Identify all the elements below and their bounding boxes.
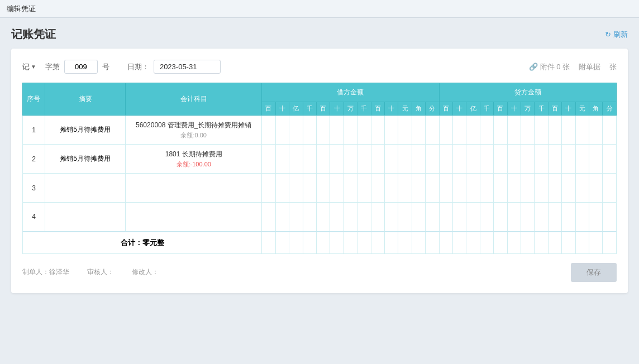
- row-credit-d5[interactable]: [494, 203, 507, 232]
- row-debit-d10[interactable]: [384, 116, 398, 145]
- row-credit-d3[interactable]: [466, 174, 480, 203]
- row-debit-d12[interactable]: [412, 116, 425, 145]
- row-debit-d11[interactable]: [398, 116, 412, 145]
- row-credit-d3[interactable]: [466, 145, 480, 174]
- row-credit-d11[interactable]: [575, 203, 589, 232]
- row-credit-d6[interactable]: [507, 203, 521, 232]
- row-credit-d9[interactable]: [548, 116, 561, 145]
- row-debit-d3[interactable]: [289, 174, 303, 203]
- row-debit-d13[interactable]: [426, 203, 439, 232]
- row-debit-d12[interactable]: [412, 174, 425, 203]
- row-credit-d6[interactable]: [507, 116, 521, 145]
- row-debit-d11[interactable]: [398, 203, 412, 232]
- row-credit-d1[interactable]: [439, 203, 452, 232]
- row-credit-d8[interactable]: [535, 116, 548, 145]
- row-credit-d13[interactable]: [603, 174, 617, 203]
- row-account[interactable]: 56020008 管理费用_长期待摊费用摊销余额:0.00: [126, 116, 262, 145]
- row-credit-d11[interactable]: [575, 116, 589, 145]
- zi-input[interactable]: [64, 60, 98, 74]
- row-credit-d12[interactable]: [589, 145, 603, 174]
- row-debit-d9[interactable]: [371, 174, 384, 203]
- row-credit-d4[interactable]: [480, 116, 493, 145]
- row-debit-d11[interactable]: [398, 145, 412, 174]
- row-debit-d8[interactable]: [357, 203, 371, 232]
- row-debit-d5[interactable]: [316, 174, 330, 203]
- row-credit-d4[interactable]: [480, 174, 493, 203]
- row-debit-d2[interactable]: [275, 203, 289, 232]
- row-debit-d12[interactable]: [412, 203, 425, 232]
- row-debit-d1[interactable]: [262, 203, 275, 232]
- row-credit-d10[interactable]: [562, 145, 575, 174]
- row-credit-d13[interactable]: [603, 203, 617, 232]
- row-debit-d6[interactable]: [330, 116, 344, 145]
- row-debit-d4[interactable]: [303, 203, 316, 232]
- row-credit-d1[interactable]: [439, 174, 452, 203]
- save-button[interactable]: 保存: [571, 263, 617, 282]
- row-debit-d12[interactable]: [412, 145, 425, 174]
- row-credit-d4[interactable]: [480, 145, 493, 174]
- row-credit-d12[interactable]: [589, 203, 603, 232]
- table-row[interactable]: 2摊销5月待摊费用1801 长期待摊费用余额:-100.00: [23, 145, 617, 174]
- row-debit-d7[interactable]: [344, 145, 357, 174]
- row-credit-d5[interactable]: [494, 174, 507, 203]
- row-debit-d5[interactable]: [316, 116, 330, 145]
- row-credit-d2[interactable]: [452, 203, 466, 232]
- row-debit-d1[interactable]: [262, 145, 275, 174]
- row-credit-d13[interactable]: [603, 145, 617, 174]
- row-credit-d9[interactable]: [548, 174, 561, 203]
- row-debit-d1[interactable]: [262, 174, 275, 203]
- row-debit-d13[interactable]: [426, 174, 439, 203]
- row-credit-d1[interactable]: [439, 145, 452, 174]
- row-debit-d7[interactable]: [344, 203, 357, 232]
- row-debit-d9[interactable]: [371, 116, 384, 145]
- row-debit-d3[interactable]: [289, 116, 303, 145]
- row-credit-d3[interactable]: [466, 116, 480, 145]
- row-credit-d10[interactable]: [562, 116, 575, 145]
- row-debit-d6[interactable]: [330, 174, 344, 203]
- date-input[interactable]: [154, 60, 221, 74]
- row-credit-d9[interactable]: [548, 145, 561, 174]
- row-debit-d4[interactable]: [303, 145, 316, 174]
- row-credit-d10[interactable]: [562, 174, 575, 203]
- row-credit-d11[interactable]: [575, 174, 589, 203]
- row-credit-d6[interactable]: [507, 174, 521, 203]
- row-account[interactable]: [126, 203, 262, 232]
- row-credit-d1[interactable]: [439, 116, 452, 145]
- row-debit-d6[interactable]: [330, 145, 344, 174]
- row-debit-d2[interactable]: [275, 145, 289, 174]
- row-credit-d12[interactable]: [589, 174, 603, 203]
- row-credit-d6[interactable]: [507, 145, 521, 174]
- row-credit-d7[interactable]: [521, 174, 535, 203]
- row-debit-d11[interactable]: [398, 174, 412, 203]
- row-debit-d8[interactable]: [357, 145, 371, 174]
- row-debit-d6[interactable]: [330, 203, 344, 232]
- row-summary[interactable]: 摊销5月待摊费用: [45, 116, 125, 145]
- row-debit-d8[interactable]: [357, 116, 371, 145]
- row-debit-d3[interactable]: [289, 145, 303, 174]
- row-debit-d8[interactable]: [357, 174, 371, 203]
- row-credit-d8[interactable]: [535, 203, 548, 232]
- row-debit-d4[interactable]: [303, 116, 316, 145]
- row-credit-d11[interactable]: [575, 145, 589, 174]
- row-debit-d3[interactable]: [289, 203, 303, 232]
- row-debit-d9[interactable]: [371, 145, 384, 174]
- row-debit-d2[interactable]: [275, 116, 289, 145]
- table-row[interactable]: 4: [23, 203, 617, 232]
- row-debit-d7[interactable]: [344, 116, 357, 145]
- row-credit-d10[interactable]: [562, 203, 575, 232]
- row-debit-d7[interactable]: [344, 174, 357, 203]
- row-debit-d5[interactable]: [316, 203, 330, 232]
- row-debit-d13[interactable]: [426, 145, 439, 174]
- row-debit-d4[interactable]: [303, 174, 316, 203]
- row-credit-d4[interactable]: [480, 203, 493, 232]
- row-credit-d3[interactable]: [466, 203, 480, 232]
- row-credit-d5[interactable]: [494, 116, 507, 145]
- row-debit-d9[interactable]: [371, 203, 384, 232]
- row-credit-d9[interactable]: [548, 203, 561, 232]
- row-account[interactable]: 1801 长期待摊费用余额:-100.00: [126, 145, 262, 174]
- row-credit-d2[interactable]: [452, 145, 466, 174]
- attachment-link[interactable]: 🔗 附件 0 张: [529, 62, 570, 72]
- row-credit-d2[interactable]: [452, 116, 466, 145]
- row-debit-d13[interactable]: [426, 116, 439, 145]
- row-summary[interactable]: [45, 203, 125, 232]
